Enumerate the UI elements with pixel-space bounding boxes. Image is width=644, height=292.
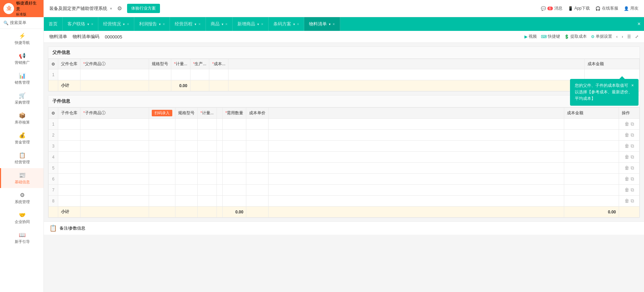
close-icon[interactable]: ×	[127, 22, 129, 26]
child-cell-scan-7[interactable]	[149, 185, 175, 196]
child-cell-unit-6[interactable]	[198, 174, 217, 185]
nav-next-button[interactable]: ›	[622, 34, 623, 39]
child-cell-unit-1[interactable]	[198, 119, 217, 130]
sidebar-item-inventory[interactable]: 📦 库存核算	[0, 108, 44, 128]
child-cell-spec-3[interactable]	[175, 141, 198, 152]
child-cell-unitcost-4[interactable]	[246, 152, 269, 163]
child-cell-qty-8[interactable]	[222, 196, 246, 207]
child-cell-warehouse-4[interactable]	[58, 152, 80, 163]
child-cell-scan-1[interactable]	[149, 119, 175, 130]
tooltip-close-button[interactable]: ×	[631, 82, 634, 89]
delete-icon[interactable]: 🗑	[624, 121, 629, 127]
close-icon[interactable]: ×	[91, 22, 93, 26]
search-menu-item[interactable]: 🔍 搜索菜单	[0, 17, 44, 29]
child-cell-unitcost-1[interactable]	[246, 119, 269, 130]
fullscreen-button[interactable]: ⤢	[635, 34, 639, 39]
child-cell-warehouse-6[interactable]	[58, 174, 80, 185]
copy-icon[interactable]: ⧉	[631, 154, 634, 160]
child-cell-unitcost-8[interactable]	[246, 196, 269, 207]
sidebar-item-quick-nav[interactable]: ⚡ 快捷导航	[0, 29, 44, 49]
child-cell-goods-2[interactable]	[80, 130, 149, 141]
child-cell-spec-1[interactable]	[175, 119, 198, 130]
child-cell-spec-7[interactable]	[175, 185, 198, 196]
copy-icon[interactable]: ⧉	[631, 132, 634, 138]
child-cell-goods-8[interactable]	[80, 196, 149, 207]
child-cell-unit-7[interactable]	[198, 185, 217, 196]
child-col-scan[interactable]: 扫码录入	[149, 108, 175, 119]
child-cell-spec-6[interactable]	[175, 174, 198, 185]
parent-cell-cost-1[interactable]	[209, 69, 228, 80]
child-cell-qty-4[interactable]	[222, 152, 246, 163]
sidebar-item-finance[interactable]: 💰 资金管理	[0, 128, 44, 148]
child-cell-scan-3[interactable]	[149, 141, 175, 152]
child-cell-goods-1[interactable]	[80, 119, 149, 130]
child-cell-unitcost-3[interactable]	[246, 141, 269, 152]
parent-cell-produce-1[interactable]	[190, 69, 209, 80]
scan-input-button[interactable]: 扫码录入	[152, 110, 172, 116]
child-cell-qty-5[interactable]	[222, 163, 246, 174]
child-cell-goods-5[interactable]	[80, 163, 149, 174]
parent-cell-unit-1[interactable]	[171, 69, 190, 80]
sidebar-item-basic-info[interactable]: 📰 基础信息	[0, 168, 44, 188]
child-cell-goods-7[interactable]	[80, 185, 149, 196]
delete-icon[interactable]: 🗑	[624, 143, 629, 149]
delete-icon[interactable]: 🗑	[624, 132, 629, 138]
extract-cost-button[interactable]: 💲 提取成本	[564, 34, 587, 39]
child-cell-unitcost-2[interactable]	[246, 130, 269, 141]
tab-customer[interactable]: 客户联络 ▾ ×	[63, 17, 98, 31]
close-icon[interactable]: ×	[163, 22, 165, 26]
child-cell-warehouse-1[interactable]	[58, 119, 80, 130]
tab-profit[interactable]: 利润报告 ▾ ×	[134, 17, 170, 31]
child-cell-warehouse-7[interactable]	[58, 185, 80, 196]
child-cell-warehouse-3[interactable]	[58, 141, 80, 152]
delete-icon[interactable]: 🗑	[624, 154, 629, 160]
tab-barcode[interactable]: 条码方案 ▾ ×	[269, 17, 304, 31]
child-cell-spec-5[interactable]	[175, 163, 198, 174]
sidebar-item-enterprise[interactable]: 🤝 企业协同	[0, 208, 44, 228]
message-button[interactable]: 💬 6 消息	[541, 5, 562, 11]
child-cell-scan-8[interactable]	[149, 196, 175, 207]
child-cell-scan-4[interactable]	[149, 152, 175, 163]
child-cell-qty-3[interactable]	[222, 141, 246, 152]
sidebar-item-operations[interactable]: 📋 经营管理	[0, 148, 44, 168]
copy-icon[interactable]: ⧉	[631, 165, 634, 171]
sidebar-item-purchase[interactable]: 🛒 采购管理	[0, 89, 44, 108]
child-cell-unit-5[interactable]	[198, 163, 217, 174]
settings-button[interactable]: ⚙	[115, 4, 124, 13]
parent-cell-goods-1[interactable]	[80, 69, 149, 80]
parent-col-settings[interactable]: ⚙	[49, 59, 58, 69]
close-icon[interactable]: ×	[198, 22, 200, 26]
list-view-button[interactable]: ☰	[627, 34, 631, 39]
try-plan-button[interactable]: 体验行业方案	[127, 4, 160, 13]
close-icon[interactable]: ×	[261, 22, 263, 26]
delete-icon[interactable]: 🗑	[624, 198, 629, 204]
child-cell-unit-8[interactable]	[198, 196, 217, 207]
child-cell-spec-4[interactable]	[175, 152, 198, 163]
child-cell-qty-6[interactable]	[222, 174, 246, 185]
child-cell-qty-1[interactable]	[222, 119, 246, 130]
sidebar-item-system[interactable]: ⚙ 系统管理	[0, 188, 44, 208]
child-cell-warehouse-5[interactable]	[58, 163, 80, 174]
child-cell-unit-3[interactable]	[198, 141, 217, 152]
close-all-tabs-button[interactable]: ×	[634, 21, 644, 27]
delete-icon[interactable]: 🗑	[624, 165, 629, 171]
app-download-button[interactable]: 📱 App下载	[568, 5, 590, 11]
child-cell-warehouse-8[interactable]	[58, 196, 80, 207]
child-cell-scan-2[interactable]	[149, 130, 175, 141]
child-cell-goods-6[interactable]	[80, 174, 149, 185]
tab-bom[interactable]: 物料清单 ▾ ×	[304, 17, 340, 31]
delete-icon[interactable]: 🗑	[624, 187, 629, 193]
child-cell-qty-7[interactable]	[222, 185, 246, 196]
copy-icon[interactable]: ⧉	[631, 176, 634, 182]
sidebar-item-guide[interactable]: 📖 新手引导	[0, 228, 44, 248]
parent-cell-spec-1[interactable]	[149, 69, 171, 80]
tab-home[interactable]: 首页	[44, 17, 63, 31]
copy-icon[interactable]: ⧉	[631, 121, 634, 127]
nav-prev-button[interactable]: ‹	[616, 34, 618, 39]
child-cell-goods-3[interactable]	[80, 141, 149, 152]
breadcrumb-bom-list[interactable]: 物料清单	[49, 34, 67, 40]
tab-history[interactable]: 经营历程 ▾ ×	[170, 17, 206, 31]
tab-operations[interactable]: 经营情况 ▾ ×	[98, 17, 134, 31]
child-cell-unitcost-5[interactable]	[246, 163, 269, 174]
close-icon[interactable]: ×	[297, 22, 299, 26]
